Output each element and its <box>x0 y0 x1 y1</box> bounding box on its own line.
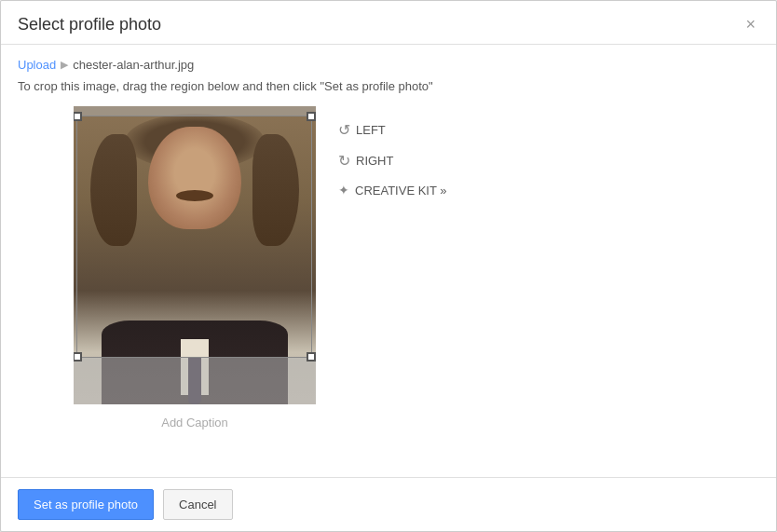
set-profile-photo-button[interactable]: Set as profile photo <box>18 489 154 520</box>
dialog-body: Upload ▶ chester-alan-arthur.jpg To crop… <box>1 45 776 477</box>
creative-kit-label: CREATIVE KIT » <box>355 184 447 198</box>
rotate-left-icon: ↺ <box>338 121 350 139</box>
dialog-footer: Set as profile photo Cancel <box>1 477 776 531</box>
breadcrumb-arrow: ▶ <box>61 59 68 71</box>
breadcrumb: Upload ▶ chester-alan-arthur.jpg <box>18 58 759 72</box>
image-wrapper[interactable] <box>74 106 316 404</box>
creative-kit-icon: ✦ <box>338 183 349 198</box>
breadcrumb-upload-link[interactable]: Upload <box>18 58 56 72</box>
rotate-right-label: RIGHT <box>356 154 393 168</box>
dialog-title: Select profile photo <box>18 15 161 34</box>
portrait <box>74 106 316 404</box>
dialog-header: Select profile photo × <box>1 1 776 45</box>
select-profile-photo-dialog: Select profile photo × Upload ▶ chester-… <box>0 0 777 532</box>
rotate-right-button[interactable]: ↻ RIGHT <box>338 150 450 171</box>
image-caption[interactable]: Add Caption <box>74 412 316 433</box>
breadcrumb-filename: chester-alan-arthur.jpg <box>73 58 194 72</box>
rotate-left-button[interactable]: ↺ LEFT <box>338 119 450 141</box>
creative-kit-button[interactable]: ✦ CREATIVE KIT » <box>338 181 450 199</box>
portrait-image <box>74 106 316 404</box>
cancel-button[interactable]: Cancel <box>163 489 232 520</box>
image-container: Add Caption <box>74 106 316 433</box>
rotation-controls: ↺ LEFT ↻ RIGHT ✦ CREATIVE KIT » <box>338 106 450 199</box>
rotate-left-label: LEFT <box>356 123 386 137</box>
close-button[interactable]: × <box>742 14 759 34</box>
crop-area: Add Caption ↺ LEFT ↻ RIGHT ✦ CREATIVE KI… <box>18 106 759 433</box>
rotate-right-icon: ↻ <box>338 152 350 170</box>
crop-instruction: To crop this image, drag the region belo… <box>18 79 759 93</box>
